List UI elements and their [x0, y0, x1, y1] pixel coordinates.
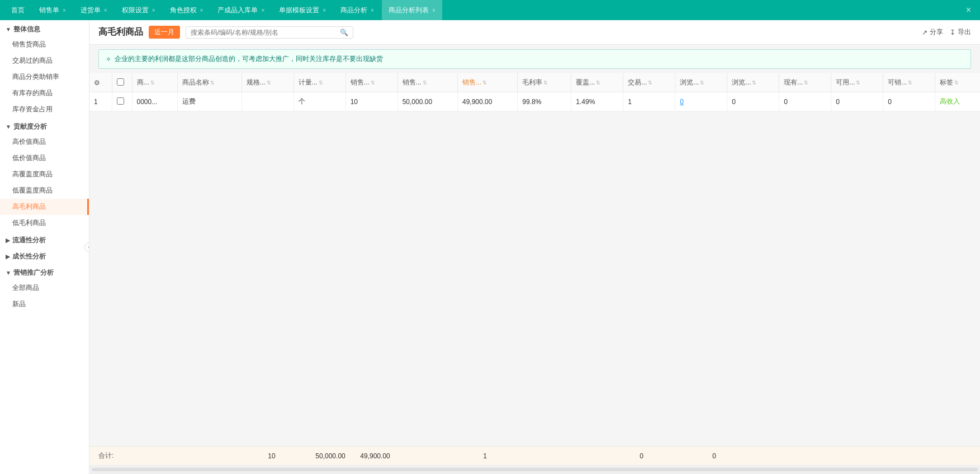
col-views1[interactable]: 浏览...⇅ — [675, 73, 727, 92]
nav-close-analysis-list[interactable]: × — [432, 7, 435, 13]
nav-item-analysis-list[interactable]: 商品分析列表 × — [382, 0, 442, 20]
col-stock-current[interactable]: 现有...⇅ — [779, 73, 831, 92]
search-box: 🔍 — [186, 26, 353, 39]
nav-close-product-in[interactable]: × — [261, 7, 264, 13]
arrow-growth-icon: ▶ — [6, 254, 10, 260]
nav-item-home[interactable]: 首页 — [4, 0, 31, 20]
cell-checkbox[interactable] — [112, 92, 132, 111]
sidebar-item-sales-goods[interactable]: 销售货商品 — [0, 36, 89, 53]
col-stock-available[interactable]: 可用...⇅ — [831, 73, 883, 92]
nav-item-role[interactable]: 角色授权 × — [163, 0, 210, 20]
footer-stock-current: 0 — [635, 452, 680, 460]
col-sales-cost[interactable]: 销售...⇅ — [457, 73, 517, 92]
col-views2[interactable]: 浏览...⇅ — [727, 73, 779, 92]
row-checkbox[interactable] — [117, 97, 124, 105]
nav-item-template[interactable]: 单据模板设置 × — [272, 0, 333, 20]
cell-gross-margin: 99.8% — [518, 92, 571, 111]
products-table: ⚙ 商...⇅ 商品名称⇅ 规格...⇅ 计量...⇅ 销售...⇅ 销售...… — [89, 73, 980, 111]
cell-name: 运费 — [178, 92, 242, 111]
sidebar-item-low-coverage[interactable]: 低覆盖度商品 — [0, 182, 89, 199]
cell-stock-current: 0 — [779, 92, 831, 111]
nav-item-sales[interactable]: 销售单 × — [32, 0, 73, 20]
cell-sales-amt: 50,000.00 — [397, 92, 457, 111]
sidebar-item-stock-funds[interactable]: 库存资金占用 — [0, 101, 89, 118]
share-button[interactable]: ↗ 分享 — [922, 27, 943, 37]
scrollbar-track[interactable] — [92, 468, 978, 471]
sidebar-group-contribution[interactable]: ▼ 贡献度分析 — [0, 118, 89, 134]
sidebar-group-overall[interactable]: ▼ 整体信息 — [0, 20, 89, 36]
cell-stock-sellable: 0 — [883, 92, 935, 111]
nav-label-analysis: 商品分析 — [340, 6, 367, 15]
cell-tag: 高收入 — [935, 92, 980, 111]
footer-sales-qty: 10 — [263, 452, 308, 460]
sidebar-item-low-value[interactable]: 低价值商品 — [0, 150, 89, 166]
page-title: 高毛利商品 — [98, 26, 143, 38]
nav-item-analysis[interactable]: 商品分析 × — [334, 0, 381, 20]
nav-close-permission[interactable]: × — [152, 7, 155, 13]
sidebar-item-high-value[interactable]: 高价值商品 — [0, 134, 89, 150]
nav-label-role: 角色授权 — [170, 6, 197, 15]
sidebar-item-new-goods[interactable]: 新品 — [0, 296, 89, 312]
sidebar-item-high-coverage[interactable]: 高覆盖度商品 — [0, 166, 89, 182]
sidebar-group-growth-label: 成长性分析 — [12, 252, 46, 261]
col-coverage[interactable]: 覆盖...⇅ — [571, 73, 623, 92]
cell-sales-cost: 49,900.00 — [457, 92, 517, 111]
cell-stock-available: 0 — [831, 92, 883, 111]
col-spec[interactable]: 规格...⇅ — [242, 73, 293, 92]
table-row: 1 0000... 运费 个 10 50,000.00 49,900.00 99… — [89, 92, 980, 111]
footer-stock-available: 0 — [708, 452, 752, 460]
nav-close-sales[interactable]: × — [63, 7, 66, 13]
nav-label-home: 首页 — [11, 6, 25, 15]
table-container[interactable]: ⚙ 商...⇅ 商品名称⇅ 规格...⇅ 计量...⇅ 销售...⇅ 销售...… — [89, 73, 980, 474]
nav-close-analysis[interactable]: × — [371, 7, 374, 13]
sidebar-item-traded-goods[interactable]: 交易过的商品 — [0, 53, 89, 69]
main-layout: « ▼ 整体信息 销售货商品 交易过的商品 商品分类助销率 有库存的商品 库存资… — [0, 20, 980, 474]
nav-item-product-in[interactable]: 产成品入库单 × — [211, 0, 271, 20]
top-navigation: 首页 销售单 × 进货单 × 权限设置 × 角色授权 × 产成品入库单 × 单据… — [0, 0, 980, 20]
sidebar-group-marketing[interactable]: ▼ 营销推广分析 — [0, 264, 89, 280]
arrow-marketing-icon: ▼ — [6, 270, 11, 276]
col-sales-amt[interactable]: 销售...⇅ — [397, 73, 457, 92]
cell-transactions: 1 — [623, 92, 675, 111]
sidebar-item-category-rate[interactable]: 商品分类助销率 — [0, 69, 89, 85]
footer-values: 10 50,000.00 49,900.00 1 0 0 — [118, 452, 971, 460]
cell-views1[interactable]: 0 — [675, 92, 727, 111]
sidebar-group-marketing-label: 营销推广分析 — [13, 268, 54, 278]
col-checkbox[interactable] — [112, 73, 132, 92]
sidebar-item-low-margin[interactable]: 低毛利商品 — [0, 215, 89, 231]
nav-item-permission[interactable]: 权限设置 × — [115, 0, 162, 20]
select-all-checkbox[interactable] — [117, 78, 124, 86]
col-unit[interactable]: 计量...⇅ — [293, 73, 345, 92]
export-button[interactable]: ↧ 导出 — [950, 27, 971, 37]
table-footer: 合计: 10 50,000.00 49,900.00 1 0 0 — [89, 446, 980, 465]
search-icon[interactable]: 🔍 — [340, 29, 348, 36]
nav-item-purchase[interactable]: 进货单 × — [74, 0, 114, 20]
nav-label-analysis-list: 商品分析列表 — [389, 6, 429, 15]
window-close-icon[interactable]: × — [962, 5, 976, 15]
col-name[interactable]: 商品名称⇅ — [178, 73, 242, 92]
col-transactions[interactable]: 交易...⇅ — [623, 73, 675, 92]
sidebar-group-liquidity[interactable]: ▶ 流通性分析 — [0, 231, 89, 247]
col-stock-sellable[interactable]: 可销...⇅ — [883, 73, 935, 92]
nav-close-purchase[interactable]: × — [104, 7, 107, 13]
col-gross-margin[interactable]: 毛利率⇅ — [518, 73, 571, 92]
nav-close-role[interactable]: × — [200, 7, 203, 13]
arrow-overall-icon: ▼ — [6, 26, 11, 32]
col-settings[interactable]: ⚙ — [89, 73, 112, 92]
sidebar-group-overall-label: 整体信息 — [13, 25, 40, 34]
filter-recent-month-button[interactable]: 近一月 — [149, 26, 180, 39]
cell-index: 1 — [89, 92, 112, 111]
info-icon: ✧ — [106, 55, 111, 63]
col-code[interactable]: 商...⇅ — [132, 73, 178, 92]
nav-close-template[interactable]: × — [323, 7, 326, 13]
cell-sales-qty: 10 — [345, 92, 397, 111]
col-tag[interactable]: 标签⇅ — [935, 73, 980, 92]
sidebar-item-all-goods[interactable]: 全部商品 — [0, 280, 89, 296]
sidebar-item-high-margin[interactable]: 高毛利商品 — [0, 199, 89, 215]
bottom-scrollbar[interactable] — [89, 465, 980, 474]
sidebar-group-growth[interactable]: ▶ 成长性分析 — [0, 247, 89, 264]
sidebar-item-in-stock[interactable]: 有库存的商品 — [0, 85, 89, 101]
col-sales-qty[interactable]: 销售...⇅ — [345, 73, 397, 92]
export-icon: ↧ — [950, 29, 955, 36]
search-input[interactable] — [191, 29, 338, 36]
